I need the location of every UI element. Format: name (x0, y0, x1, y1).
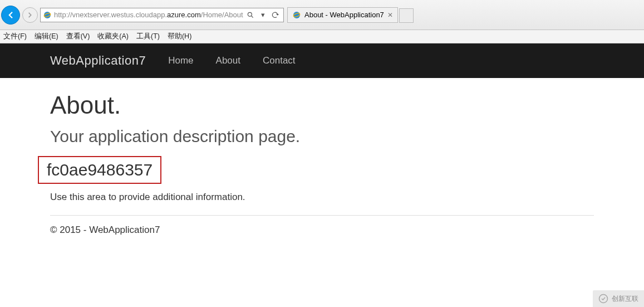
nav-home[interactable]: Home (168, 55, 193, 66)
tab-bar: About - WebApplication7 ✕ (287, 7, 414, 23)
page-body: Use this area to provide additional info… (50, 192, 594, 203)
back-button[interactable] (1, 6, 20, 25)
highlighted-hostname: fc0ae9486357 (38, 156, 161, 184)
page-subheading: Your application description page. (50, 127, 594, 146)
browser-toolbar: http://vnextserver.westus.cloudapp.azure… (0, 0, 644, 30)
url-pre: http://vnextserver.westus.cloudapp. (54, 11, 167, 19)
menu-edit[interactable]: 编辑(E) (35, 32, 58, 41)
search-icon[interactable] (244, 11, 257, 19)
watermark: 创新互联 (593, 290, 644, 307)
page-heading: About. (50, 91, 594, 119)
menu-view[interactable]: 查看(V) (66, 32, 90, 41)
menu-tools[interactable]: 工具(T) (136, 32, 160, 41)
ie-menu-bar: 文件(F) 编辑(E) 查看(V) 收藏夹(A) 工具(T) 帮助(H) (0, 30, 644, 43)
ie-icon (43, 11, 52, 20)
url-dropdown-icon[interactable]: ▾ (257, 11, 269, 19)
menu-favorites[interactable]: 收藏夹(A) (97, 32, 129, 41)
svg-line-3 (252, 16, 253, 17)
svg-point-0 (44, 12, 51, 18)
svg-point-2 (248, 12, 252, 16)
refresh-icon[interactable] (269, 11, 281, 19)
url-post: /Home/About (201, 11, 243, 19)
tab-close-icon[interactable]: ✕ (387, 11, 393, 19)
page-footer: © 2015 - WebApplication7 (50, 225, 594, 236)
arrow-left-icon (6, 10, 16, 20)
nav-contact[interactable]: Contact (263, 55, 296, 66)
nav-about[interactable]: About (216, 55, 240, 66)
ie-icon (292, 11, 301, 20)
menu-help[interactable]: 帮助(H) (168, 32, 191, 41)
page-content: About. Your application description page… (0, 78, 644, 236)
address-bar[interactable]: http://vnextserver.westus.cloudapp.azure… (40, 8, 284, 22)
menu-file[interactable]: 文件(F) (3, 32, 27, 41)
nav-buttons (1, 6, 38, 25)
url-text: http://vnextserver.westus.cloudapp.azure… (54, 11, 244, 19)
url-section: http://vnextserver.westus.cloudapp.azure… (40, 7, 414, 23)
new-tab-button[interactable] (399, 8, 414, 23)
watermark-icon (598, 294, 608, 304)
forward-button[interactable] (22, 7, 38, 23)
url-domain: azure.com (167, 11, 201, 19)
tab-title: About - WebApplication7 (304, 11, 384, 19)
watermark-text: 创新互联 (612, 294, 638, 304)
arrow-right-icon (26, 11, 34, 19)
brand[interactable]: WebApplication7 (50, 53, 146, 68)
browser-tab[interactable]: About - WebApplication7 ✕ (287, 7, 398, 23)
app-navbar: WebApplication7 Home About Contact (0, 43, 644, 78)
divider (50, 215, 594, 216)
svg-point-4 (293, 12, 300, 18)
svg-point-6 (599, 295, 608, 303)
